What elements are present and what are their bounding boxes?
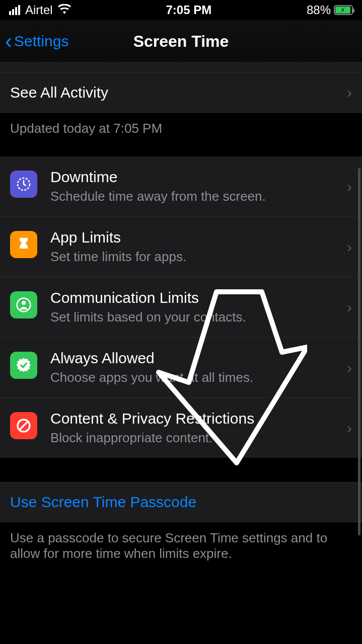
always-allowed-cell[interactable]: Always Allowed Choose apps you want at a… [0, 338, 362, 398]
content-privacy-cell[interactable]: Content & Privacy Restrictions Block ina… [0, 398, 362, 458]
always-allowed-title: Always Allowed [50, 350, 347, 367]
checkmark-seal-icon [10, 352, 37, 379]
see-all-activity-label: See All Activity [10, 84, 108, 101]
hourglass-icon [10, 231, 37, 258]
app-limits-cell[interactable]: App Limits Set time limits for apps. › [0, 217, 362, 277]
downtime-icon [10, 171, 37, 198]
chevron-right-icon: › [347, 238, 352, 256]
wifi-icon [58, 3, 71, 17]
cellular-signal-icon [9, 5, 20, 15]
passcode-footer: Use a passcode to secure Screen Time set… [0, 522, 362, 582]
communication-limits-title: Communication Limits [50, 289, 347, 306]
chevron-right-icon: › [347, 420, 352, 437]
chevron-right-icon: › [347, 359, 352, 376]
nav-bar: ‹ Settings Screen Time [0, 20, 362, 63]
battery-icon: ⚡︎ [334, 5, 353, 15]
svg-line-4 [20, 422, 28, 430]
contact-icon [10, 291, 37, 318]
use-passcode-label: Use Screen Time Passcode [10, 494, 196, 511]
downtime-cell[interactable]: Downtime Schedule time away from the scr… [0, 156, 362, 217]
status-right: 88% ⚡︎ [307, 3, 353, 17]
status-bar: Airtel 7:05 PM 88% ⚡︎ [0, 0, 362, 20]
chevron-right-icon: › [347, 178, 352, 195]
status-time: 7:05 PM [166, 3, 211, 17]
use-passcode-cell[interactable]: Use Screen Time Passcode [0, 482, 362, 522]
see-all-activity-cell[interactable]: See All Activity › [0, 73, 362, 113]
content-privacy-title: Content & Privacy Restrictions [50, 410, 347, 427]
downtime-subtitle: Schedule time away from the screen. [50, 189, 347, 204]
downtime-title: Downtime [50, 169, 347, 186]
back-label: Settings [14, 33, 68, 50]
chevron-right-icon: › [347, 84, 352, 101]
carrier-label: Airtel [25, 3, 53, 17]
communication-limits-cell[interactable]: Communication Limits Set limits based on… [0, 277, 362, 338]
chevron-right-icon: › [347, 299, 352, 316]
battery-percent: 88% [307, 3, 331, 17]
back-button[interactable]: ‹ Settings [5, 31, 68, 52]
status-left: Airtel [9, 3, 71, 17]
updated-footer: Updated today at 7:05 PM [0, 113, 362, 156]
page-title: Screen Time [133, 32, 229, 51]
svg-point-2 [22, 301, 26, 305]
content-privacy-subtitle: Block inappropriate content. [50, 430, 347, 446]
no-entry-icon [10, 412, 37, 439]
communication-limits-subtitle: Set limits based on your contacts. [50, 309, 347, 325]
always-allowed-subtitle: Choose apps you want at all times. [50, 370, 347, 385]
scroll-indicator[interactable] [358, 168, 360, 535]
app-limits-subtitle: Set time limits for apps. [50, 249, 347, 265]
chevron-left-icon: ‹ [5, 31, 12, 52]
app-limits-title: App Limits [50, 229, 347, 246]
